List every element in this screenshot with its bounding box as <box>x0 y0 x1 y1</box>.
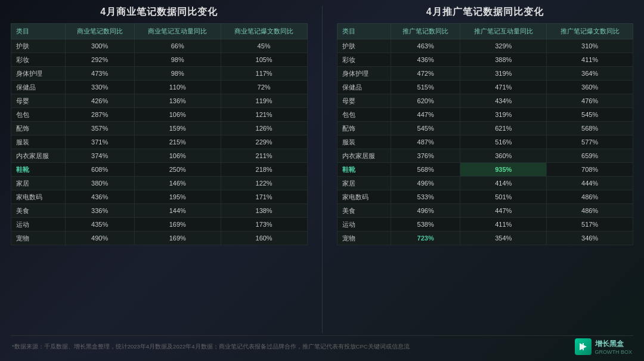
table-cell: 620% <box>391 94 460 108</box>
table-row: 美食336%144%138% <box>11 204 308 218</box>
table-cell: 360% <box>547 81 633 94</box>
table-cell: 388% <box>460 53 547 67</box>
right-col-header-0: 类目 <box>337 24 391 39</box>
table-cell: 486% <box>547 190 633 204</box>
logo-text-area: 增长黑盒 GROWTH BOX <box>595 339 633 355</box>
table-cell: 运动 <box>11 218 66 232</box>
table-cell: 545% <box>547 108 633 122</box>
table-row: 保健品515%471%360% <box>337 81 633 94</box>
table-cell: 45% <box>221 39 307 53</box>
table-cell: 545% <box>391 122 460 135</box>
table-cell: 472% <box>391 67 460 81</box>
table-cell: 300% <box>65 39 134 53</box>
table-cell: 444% <box>547 177 633 190</box>
table-cell: 护肤 <box>11 39 66 53</box>
logo-sub: GROWTH BOX <box>595 349 633 355</box>
table-cell: 身体护理 <box>11 67 66 81</box>
main-content: 4月商业笔记数据同比变化 类目 商业笔记数同比 商业笔记互动量同比 商业笔记爆文… <box>0 0 644 361</box>
table-cell: 708% <box>547 163 633 177</box>
table-cell: 鞋靴 <box>337 163 391 177</box>
table-cell: 380% <box>65 177 134 190</box>
table-cell: 577% <box>547 135 633 149</box>
table-cell: 98% <box>134 53 221 67</box>
left-col-header-3: 商业笔记爆文数同比 <box>221 24 307 39</box>
table-row: 服装371%215%229% <box>11 135 308 149</box>
table-cell: 121% <box>221 108 307 122</box>
left-table-section: 4月商业笔记数据同比变化 类目 商业笔记数同比 商业笔记互动量同比 商业笔记爆文… <box>11 6 308 333</box>
table-cell: 159% <box>134 122 221 135</box>
logo-area: 增长黑盒 GROWTH BOX <box>575 338 633 355</box>
table-cell: 66% <box>134 39 221 53</box>
table-cell: 473% <box>65 67 134 81</box>
logo-icon <box>575 338 592 355</box>
table-cell: 935% <box>460 163 547 177</box>
table-cell: 346% <box>547 232 633 245</box>
table-row: 宠物723%354%346% <box>337 232 633 245</box>
right-table-section: 4月推广笔记数据同比变化 类目 推广笔记数同比 推广笔记互动量同比 推广笔记爆文… <box>337 6 634 333</box>
table-cell: 414% <box>460 177 547 190</box>
table-cell: 146% <box>134 177 221 190</box>
table-cell: 211% <box>221 149 307 163</box>
right-table-title: 4月推广笔记数据同比变化 <box>337 6 634 18</box>
table-row: 美食496%447%486% <box>337 204 633 218</box>
table-cell: 126% <box>221 122 307 135</box>
right-data-table: 类目 推广笔记数同比 推广笔记互动量同比 推广笔记爆文数同比 护肤463%329… <box>337 23 634 245</box>
table-row: 运动538%411%517% <box>337 218 633 232</box>
table-cell: 117% <box>221 67 307 81</box>
table-cell: 476% <box>547 94 633 108</box>
table-cell: 447% <box>391 108 460 122</box>
left-data-table: 类目 商业笔记数同比 商业笔记互动量同比 商业笔记爆文数同比 护肤300%66%… <box>11 23 308 245</box>
table-cell: 434% <box>460 94 547 108</box>
table-cell: 218% <box>221 163 307 177</box>
table-row: 保健品330%110%72% <box>11 81 308 94</box>
footer: *数据来源：千瓜数据、增长黑盒整理，统计2023年4月数据及2022年4月数据；… <box>11 335 633 356</box>
table-cell: 鞋靴 <box>11 163 66 177</box>
table-cell: 723% <box>391 232 460 245</box>
table-row: 家居496%414%444% <box>337 177 633 190</box>
table-row: 母婴620%434%476% <box>337 94 633 108</box>
table-cell: 宠物 <box>11 232 66 245</box>
table-row: 身体护理473%98%117% <box>11 67 308 81</box>
table-cell: 319% <box>460 67 547 81</box>
table-cell: 360% <box>460 149 547 163</box>
table-row: 包包287%106%121% <box>11 108 308 122</box>
table-cell: 517% <box>547 218 633 232</box>
table-cell: 服装 <box>337 135 391 149</box>
table-cell: 364% <box>547 67 633 81</box>
table-row: 鞋靴608%250%218% <box>11 163 308 177</box>
table-cell: 保健品 <box>11 81 66 94</box>
table-cell: 310% <box>547 39 633 53</box>
table-cell: 美食 <box>337 204 391 218</box>
table-cell: 家居 <box>11 177 66 190</box>
table-cell: 292% <box>65 53 134 67</box>
table-cell: 435% <box>65 218 134 232</box>
right-col-header-1: 推广笔记数同比 <box>391 24 460 39</box>
table-cell: 运动 <box>337 218 391 232</box>
right-table-header-row: 类目 推广笔记数同比 推广笔记互动量同比 推广笔记爆文数同比 <box>337 24 633 39</box>
table-divider <box>322 6 323 333</box>
table-row: 彩妆292%98%105% <box>11 53 308 67</box>
table-row: 宠物490%169%160% <box>11 232 308 245</box>
table-cell: 411% <box>460 218 547 232</box>
table-cell: 568% <box>547 122 633 135</box>
table-cell: 服装 <box>11 135 66 149</box>
right-col-header-2: 推广笔记互动量同比 <box>460 24 547 39</box>
table-cell: 515% <box>391 81 460 94</box>
table-cell: 配饰 <box>11 122 66 135</box>
table-row: 运动435%169%173% <box>11 218 308 232</box>
table-cell: 501% <box>460 190 547 204</box>
table-cell: 宠物 <box>337 232 391 245</box>
table-row: 彩妆436%388%411% <box>337 53 633 67</box>
table-row: 家电数码533%501%486% <box>337 190 633 204</box>
table-cell: 护肤 <box>337 39 391 53</box>
table-cell: 105% <box>221 53 307 67</box>
table-cell: 彩妆 <box>337 53 391 67</box>
table-cell: 471% <box>460 81 547 94</box>
table-cell: 136% <box>134 94 221 108</box>
table-cell: 119% <box>221 94 307 108</box>
table-cell: 内衣家居服 <box>11 149 66 163</box>
table-cell: 173% <box>221 218 307 232</box>
table-cell: 319% <box>460 108 547 122</box>
table-cell: 144% <box>134 204 221 218</box>
table-cell: 371% <box>65 135 134 149</box>
